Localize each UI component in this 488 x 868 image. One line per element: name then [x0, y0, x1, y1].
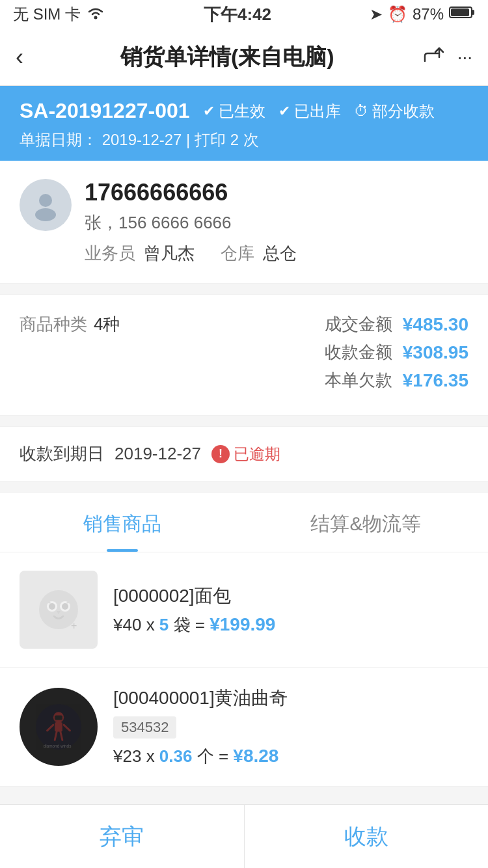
- nav-bar: ‹ 销货单详情(来自电脑) ···: [0, 29, 488, 86]
- check-icon-1: ✔: [203, 103, 215, 120]
- product-price-1: ¥40 x 5 袋 = ¥199.99: [113, 614, 468, 636]
- bottom-bar: 弃审 收款: [0, 804, 488, 868]
- product-badge-2: 534532: [113, 716, 176, 739]
- product-info-1: [0000002]面包 ¥40 x 5 袋 = ¥199.99: [113, 584, 468, 636]
- tabs-row: 销售商品 结算&物流等: [0, 493, 488, 552]
- customer-meta: 业务员 曾凡杰 仓库 总仓: [85, 242, 468, 265]
- debt-value: ¥176.35: [403, 370, 468, 391]
- overdue-icon: !: [211, 445, 230, 463]
- svg-text:+: +: [71, 620, 77, 631]
- confirm-button[interactable]: 收款: [245, 805, 489, 868]
- check-icon-2: ✔: [278, 103, 290, 120]
- product-total-1: ¥199.99: [210, 614, 275, 634]
- product-price-2: ¥23 x 0.36 个 = ¥8.28: [113, 745, 468, 768]
- customer-avatar: [20, 179, 72, 231]
- back-button[interactable]: ‹: [16, 44, 34, 71]
- svg-text:diamond winds: diamond winds: [44, 744, 72, 748]
- summary-row: 商品种类 4种 成交金额 ¥485.30 收款金额 ¥308.95 本单欠款 ¥…: [20, 313, 468, 397]
- share-button[interactable]: [421, 43, 444, 71]
- due-label: 收款到期日: [20, 442, 104, 465]
- product-name-1: [0000002]面包: [113, 584, 468, 608]
- overdue-label: 已逾期: [234, 444, 280, 465]
- badge-effective: ✔ 已生效: [203, 101, 265, 122]
- battery-level: 87%: [413, 5, 444, 23]
- sales-info: 业务员 曾凡杰: [85, 242, 195, 265]
- received-amount-row: 收款金额 ¥308.95: [325, 341, 468, 364]
- product-total-2: ¥8.28: [233, 746, 278, 766]
- badge-shipped: ✔ 已出库: [278, 101, 341, 122]
- warehouse-name: 总仓: [263, 243, 297, 263]
- product-qty-1: 5: [159, 615, 169, 634]
- svg-rect-14: [55, 722, 62, 732]
- product-name-2: [000400001]黄油曲奇: [113, 686, 468, 711]
- sales-name: 曾凡杰: [144, 243, 195, 263]
- product-qty-2: 0.36: [159, 746, 193, 766]
- location-icon: ➤: [370, 5, 383, 23]
- customer-info: 17666666666 张，156 6666 6666 业务员 曾凡杰 仓库 总…: [85, 179, 468, 265]
- summary-amounts: 成交金额 ¥485.30 收款金额 ¥308.95 本单欠款 ¥176.35: [325, 313, 468, 397]
- deal-amount-row: 成交金额 ¥485.30: [325, 313, 468, 336]
- received-value: ¥308.95: [403, 342, 468, 363]
- warehouse-label: 仓库: [221, 243, 254, 263]
- due-date-value: 2019-12-27: [115, 444, 201, 464]
- page-title: 销货单详情(来自电脑): [34, 42, 421, 72]
- summary-left: 商品种类 4种: [20, 313, 120, 336]
- deal-label: 成交金额: [325, 313, 392, 336]
- debt-amount-row: 本单欠款 ¥176.35: [325, 369, 468, 392]
- alarm-icon: ⏰: [388, 5, 407, 23]
- svg-point-0: [94, 16, 98, 20]
- svg-rect-3: [451, 8, 469, 16]
- warehouse-info: 仓库 总仓: [221, 242, 297, 265]
- product-item-1: + [0000002]面包 ¥40 x 5 袋 = ¥199.99: [0, 552, 488, 668]
- deal-value: ¥485.30: [403, 314, 468, 335]
- sim-status: 无 SIM 卡: [13, 4, 81, 25]
- order-date: 2019-12-27: [102, 131, 182, 148]
- badge-partial: ⏱ 部分收款: [354, 101, 435, 122]
- product-info-2: [000400001]黄油曲奇 534532 ¥23 x 0.36 个 = ¥8…: [113, 686, 468, 768]
- banner-date-row: 单据日期： 2019-12-27 | 打印 2 次: [20, 129, 468, 150]
- order-header-banner: SA-20191227-001 ✔ 已生效 ✔ 已出库 ⏱ 部分收款 单据日期：…: [0, 86, 488, 161]
- status-time: 下午4:42: [204, 3, 271, 26]
- kind-label: 商品种类: [20, 313, 87, 336]
- svg-rect-15: [55, 716, 62, 720]
- tabs-section: 销售商品 结算&物流等: [0, 492, 488, 787]
- nav-actions: ···: [421, 43, 472, 71]
- tab-sales-products[interactable]: 销售商品: [0, 493, 244, 552]
- sales-label: 业务员: [85, 243, 135, 263]
- status-right: ➤ ⏰ 87%: [370, 5, 475, 23]
- product-list: + [0000002]面包 ¥40 x 5 袋 = ¥199.99: [0, 552, 488, 787]
- status-left: 无 SIM 卡: [13, 4, 105, 25]
- product-thumb-1: +: [20, 571, 98, 649]
- received-label: 收款金额: [325, 341, 392, 364]
- svg-rect-2: [472, 10, 474, 15]
- more-button[interactable]: ···: [457, 47, 472, 68]
- kind-value: 4种: [94, 313, 120, 336]
- overdue-badge: ! 已逾期: [211, 444, 280, 465]
- cancel-button[interactable]: 弃审: [0, 805, 245, 868]
- clock-icon: ⏱: [354, 103, 368, 120]
- svg-point-10: [62, 603, 68, 610]
- product-item-2: diamond winds [000400001]黄油曲奇 534532 ¥23…: [0, 668, 488, 787]
- customer-contact: 张，156 6666 6666: [85, 211, 468, 234]
- customer-name: 17666666666: [85, 179, 468, 206]
- order-id: SA-20191227-001: [20, 99, 190, 123]
- svg-point-4: [39, 194, 52, 207]
- product-kind-item: 商品种类 4种: [20, 313, 120, 336]
- summary-section: 商品种类 4种 成交金额 ¥485.30 收款金额 ¥308.95 本单欠款 ¥…: [0, 294, 488, 416]
- print-info: | 打印 2 次: [186, 131, 259, 148]
- svg-point-9: [49, 603, 55, 610]
- battery-icon: [449, 5, 475, 23]
- date-label: 单据日期：: [20, 131, 98, 148]
- product-thumb-2: diamond winds: [20, 688, 98, 766]
- customer-section: 17666666666 张，156 6666 6666 业务员 曾凡杰 仓库 总…: [0, 161, 488, 284]
- svg-point-5: [35, 208, 56, 221]
- tab-settlement[interactable]: 结算&物流等: [244, 493, 488, 552]
- status-bar: 无 SIM 卡 下午4:42 ➤ ⏰ 87%: [0, 0, 488, 29]
- wifi-icon: [86, 5, 105, 23]
- banner-id-row: SA-20191227-001 ✔ 已生效 ✔ 已出库 ⏱ 部分收款: [20, 99, 468, 123]
- debt-label: 本单欠款: [325, 369, 392, 392]
- due-date-section: 收款到期日 2019-12-27 ! 已逾期: [0, 426, 488, 481]
